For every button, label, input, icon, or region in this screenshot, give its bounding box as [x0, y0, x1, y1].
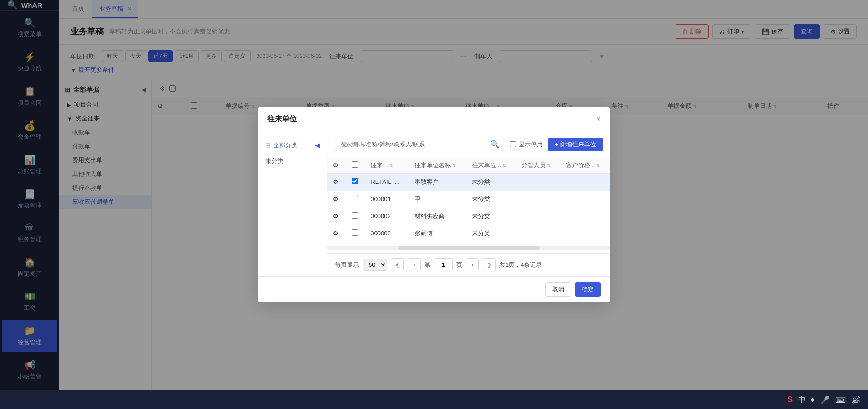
show-inactive-toggle[interactable]: 显示停用 [510, 140, 543, 149]
taskbar-diamond-icon[interactable]: ♦ [811, 396, 815, 404]
row-manager [516, 225, 560, 242]
page-size-text: 每页显示 [335, 261, 359, 269]
dcol-settings[interactable]: ⚙ [327, 157, 346, 174]
show-inactive-checkbox[interactable] [510, 141, 516, 147]
dialog-close-btn[interactable]: × [596, 114, 601, 124]
row-checkbox-input[interactable] [352, 229, 358, 236]
row-settings[interactable]: ⚙ [327, 225, 346, 242]
dcol-name[interactable]: 往来单位名称 [409, 157, 466, 174]
row-checkbox[interactable] [346, 208, 365, 225]
dialog-overlay[interactable]: 往来单位 × ⊞ 全部分类 ◀ 未分类 [0, 0, 868, 409]
row-category: 未分类 [466, 173, 516, 190]
dialog-table-row[interactable]: ⚙ RETAIL_... 零散客户 未分类 [327, 173, 610, 190]
row-category: 未分类 [466, 208, 516, 225]
dialog-footer: 每页显示 50 ⟪ ‹ 第 页 › ⟫ 共1页，4条记录 [327, 253, 610, 276]
row-category: 未分类 [466, 190, 516, 208]
row-code: 000002 [365, 208, 409, 225]
row-price [560, 225, 610, 242]
grid-icon-sm: ⊞ [265, 142, 270, 149]
dialog-title: 往来单位 [267, 114, 297, 124]
search-icon: 🔍 [490, 140, 499, 149]
dcol-checkbox[interactable] [346, 157, 365, 174]
total-text: 共1页，4条记录 [499, 261, 542, 269]
next-page-btn[interactable]: › [466, 258, 479, 271]
dialog-table: ⚙ 往来... 往来单位名称 往来单位... 分管人员 客户价格... ⚙ [327, 157, 610, 242]
row-name: 张嗣傅 [409, 225, 466, 242]
row-checkbox[interactable] [346, 225, 365, 242]
add-partner-btn[interactable]: + 新增往来单位 [548, 138, 603, 151]
dialog-page-size-select[interactable]: 50 [363, 259, 387, 271]
row-settings[interactable]: ⚙ [327, 208, 346, 225]
row-checkbox[interactable] [346, 190, 365, 208]
taskbar-zh-icon[interactable]: 中 [798, 395, 805, 405]
row-price [560, 208, 610, 225]
dialog-main: 🔍 显示停用 + 新增往来单位 ⚙ [327, 132, 610, 276]
dialog-table-row[interactable]: ⚙ 000001 甲 未分类 [327, 190, 610, 208]
last-page-btn[interactable]: ⟫ [483, 258, 496, 271]
dialog-body: ⊞ 全部分类 ◀ 未分类 🔍 显示停用 [258, 132, 610, 276]
dialog-actions: 取消 确定 [258, 276, 610, 302]
row-checkbox-input[interactable] [352, 195, 358, 201]
row-manager [516, 208, 560, 225]
dialog-search-box[interactable]: 🔍 [335, 138, 504, 151]
prev-page-btn[interactable]: ‹ [408, 258, 421, 271]
taskbar: S 中 ♦ 🎤 ⌨ 🔊 [0, 390, 868, 409]
row-checkbox-input[interactable] [352, 212, 358, 219]
dialog-table-row[interactable]: ⚙ 000002 材料供应商 未分类 [327, 208, 610, 225]
row-settings[interactable]: ⚙ [327, 190, 346, 208]
dcol-manager[interactable]: 分管人员 [516, 157, 560, 174]
row-code: RETAIL_... [365, 173, 409, 190]
taskbar-logo: S [787, 396, 793, 404]
row-price [560, 190, 610, 208]
dialog-scrollbar[interactable] [327, 246, 610, 250]
pagination: 每页显示 50 ⟪ ‹ 第 页 › ⟫ 共1页，4条记录 [335, 258, 542, 271]
dialog-search-input[interactable] [340, 141, 487, 148]
taskbar-keyboard-icon[interactable]: ⌨ [835, 396, 846, 404]
row-name: 甲 [409, 190, 466, 208]
page-number-label: 第 [424, 261, 430, 269]
taskbar-volume-icon[interactable]: 🔊 [851, 396, 861, 404]
cancel-button[interactable]: 取消 [545, 282, 571, 297]
confirm-button[interactable]: 确定 [575, 282, 601, 297]
dialog-table-wrap: ⚙ 往来... 往来单位名称 往来单位... 分管人员 客户价格... ⚙ [327, 157, 610, 253]
dialog-scrollbar-thumb [398, 246, 540, 250]
page-label: 页 [456, 261, 462, 269]
dialog-sidebar-uncategorized[interactable]: 未分类 [258, 153, 327, 169]
row-code: 000003 [365, 225, 409, 242]
row-name: 材料供应商 [409, 208, 466, 225]
row-manager [516, 173, 560, 190]
dialog-table-row[interactable]: ⚙ 000003 张嗣傅 未分类 [327, 225, 610, 242]
collapse-icon: ◀ [315, 142, 320, 149]
dcol-code[interactable]: 往来... [365, 157, 409, 174]
dialog-sidebar: ⊞ 全部分类 ◀ 未分类 [258, 132, 327, 276]
row-checkbox[interactable] [346, 173, 365, 190]
partner-dialog: 往来单位 × ⊞ 全部分类 ◀ 未分类 [258, 107, 610, 302]
row-code: 000001 [365, 190, 409, 208]
dcol-category[interactable]: 往来单位... [466, 157, 516, 174]
row-price [560, 173, 610, 190]
dialog-sidebar-all[interactable]: ⊞ 全部分类 ◀ [258, 138, 327, 153]
current-page-input[interactable] [434, 258, 453, 271]
row-category: 未分类 [466, 225, 516, 242]
first-page-btn[interactable]: ⟪ [391, 258, 404, 271]
taskbar-mic-icon[interactable]: 🎤 [820, 396, 830, 404]
row-settings[interactable]: ⚙ [327, 173, 346, 190]
row-manager [516, 190, 560, 208]
dcol-checkbox-all[interactable] [352, 161, 358, 168]
row-name: 零散客户 [409, 173, 466, 190]
dialog-toolbar: 🔍 显示停用 + 新增往来单位 [327, 132, 610, 157]
dcol-price[interactable]: 客户价格... [560, 157, 610, 174]
row-checkbox-input[interactable] [352, 178, 358, 184]
dialog-header: 往来单位 × [258, 107, 610, 132]
